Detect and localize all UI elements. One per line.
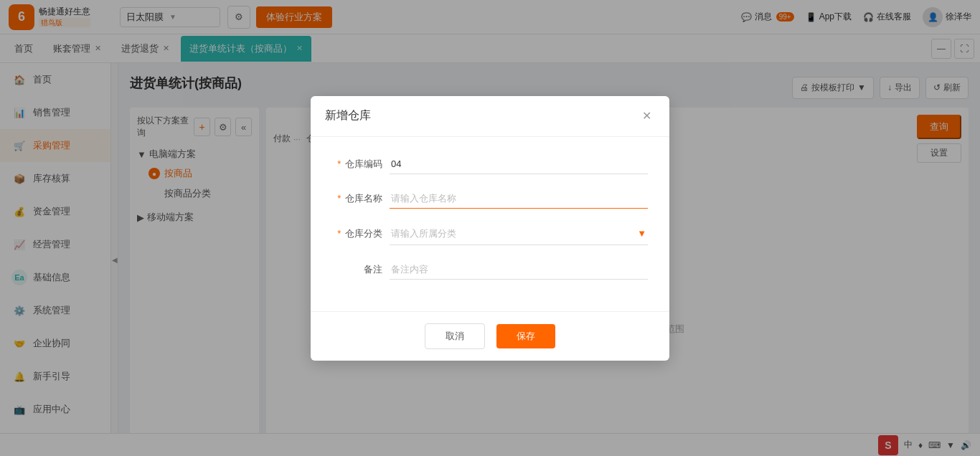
category-required-mark: * [337,228,341,239]
category-label: * 仓库分类 [332,227,390,240]
category-placeholder: 请输入所属分类 [391,227,456,240]
form-row-name: * 仓库名称 [332,189,648,209]
form-row-code: * 仓库编码 [332,154,648,174]
form-row-category: * 仓库分类 请输入所属分类 ▼ [332,223,648,245]
code-input[interactable] [390,154,648,174]
category-select[interactable]: 请输入所属分类 ▼ [390,223,648,245]
modal-overlay[interactable]: 新增仓库 ✕ * 仓库编码 * 仓库名称 [0,0,980,456]
form-row-remark: * 备注 [332,260,648,280]
save-button[interactable]: 保存 [496,324,555,348]
new-warehouse-modal: 新增仓库 ✕ * 仓库编码 * 仓库名称 [311,96,669,361]
remark-label: * 备注 [332,263,390,276]
cancel-button[interactable]: 取消 [425,323,485,349]
name-input[interactable] [390,189,648,209]
modal-title: 新增仓库 [325,108,371,123]
category-dropdown-arrow: ▼ [637,228,646,239]
remark-input[interactable] [390,260,648,280]
code-label: * 仓库编码 [332,158,390,171]
code-required-mark: * [337,158,341,169]
modal-body: * 仓库编码 * 仓库名称 * 仓库分类 请输入所属 [311,137,669,311]
name-required-mark: * [337,193,341,204]
modal-close-btn[interactable]: ✕ [638,108,655,125]
modal-header: 新增仓库 ✕ [311,96,669,137]
modal-footer: 取消 保存 [311,311,669,361]
name-label: * 仓库名称 [332,192,390,205]
